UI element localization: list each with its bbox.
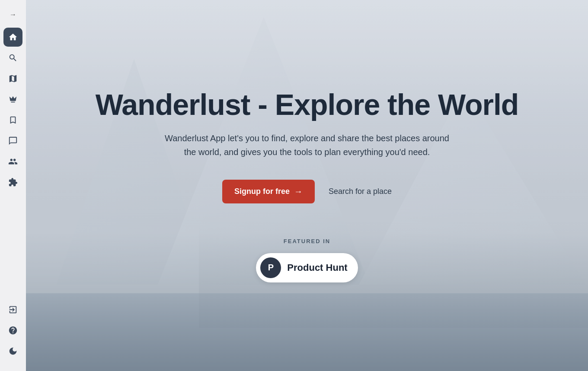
crown-icon [8,95,18,104]
signup-button[interactable]: Signup for free → [222,180,315,203]
sidebar-item-saved[interactable] [3,111,22,130]
moon-icon [8,346,18,356]
featured-section: FEATURED IN P Product Hunt [256,238,358,282]
support-icon [8,326,18,335]
hero-content: Wanderlust - Explore the World Wanderlus… [26,0,588,371]
main-content: Wanderlust - Explore the World Wanderlus… [26,0,588,371]
arrow-icon: → [294,187,303,197]
search-icon [8,53,18,63]
search-place-link[interactable]: Search for a place [329,187,392,196]
login-icon [8,305,18,314]
map-icon [8,74,18,83]
sidebar: → [0,0,26,371]
cta-row: Signup for free → Search for a place [222,180,392,203]
home-icon [8,32,18,42]
sidebar-item-dark-mode[interactable] [3,342,22,361]
product-hunt-icon: P [260,257,281,278]
sidebar-item-top[interactable] [3,90,22,109]
chat-icon [8,136,18,146]
sidebar-item-users[interactable] [3,152,22,171]
sidebar-item-extensions[interactable] [3,173,22,192]
ph-icon-letter: P [268,263,274,273]
bookmark-icon [8,115,18,125]
hero-subtitle: Wanderlust App let's you to find, explor… [160,131,454,159]
users-icon [8,157,18,166]
featured-label: FEATURED IN [284,238,330,244]
sidebar-item-search[interactable] [3,48,22,67]
collapse-sidebar-button[interactable]: → [5,7,21,22]
arrow-right-icon: → [10,11,16,19]
sidebar-item-home[interactable] [3,28,22,47]
hero-title: Wanderlust - Explore the World [96,89,519,121]
signup-button-label: Signup for free [234,187,290,196]
puzzle-icon [8,178,18,187]
sidebar-item-chat[interactable] [3,131,22,150]
sidebar-item-support[interactable] [3,321,22,340]
sidebar-item-login[interactable] [3,300,22,319]
product-hunt-badge[interactable]: P Product Hunt [256,253,358,282]
sidebar-item-map[interactable] [3,69,22,88]
product-hunt-name: Product Hunt [287,262,347,273]
